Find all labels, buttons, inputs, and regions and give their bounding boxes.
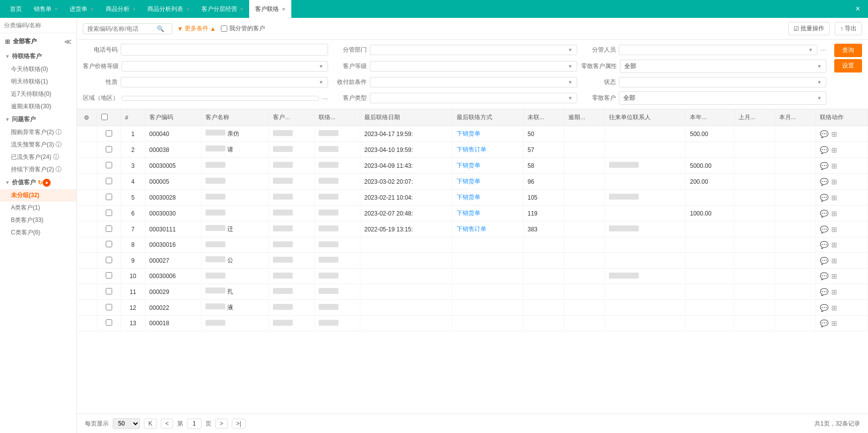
nav-home[interactable]: 首页: [4, 0, 28, 18]
row-checkbox[interactable]: [97, 284, 121, 300]
sidebar-search-input[interactable]: [4, 22, 77, 29]
partner-contact-col-header[interactable]: 往来单位联系人: [605, 109, 686, 126]
refresh-icon[interactable]: ↻: [38, 179, 43, 186]
all-customers-header[interactable]: ⊞ 全部客户 ≪: [0, 33, 76, 50]
grid-action-icon[interactable]: ⊞: [831, 225, 837, 233]
chat-icon[interactable]: 💬: [820, 194, 828, 202]
row-checkbox[interactable]: [97, 190, 121, 206]
more-conditions-button[interactable]: ▼ 更多条件 ▲: [177, 24, 216, 33]
payment-select[interactable]: ▼: [370, 77, 577, 87]
contact-col-header[interactable]: 联络...: [315, 109, 360, 126]
per-page-select[interactable]: 50 20 100: [113, 418, 140, 429]
group-pending-contact[interactable]: ▼ 待联络客户: [0, 50, 76, 63]
sidebar-class-c[interactable]: C类客户(6): [0, 226, 76, 239]
search-icon[interactable]: 🔍: [157, 25, 164, 32]
chat-icon[interactable]: 💬: [820, 288, 828, 296]
settings-col-header[interactable]: ⚙: [77, 109, 97, 126]
region-select[interactable]: [122, 96, 319, 101]
row-checkbox[interactable]: [97, 300, 121, 316]
sidebar-ungrouped[interactable]: 未分组(32): [0, 189, 76, 202]
this-month-col-header[interactable]: 本月...: [775, 109, 815, 126]
retail-attr-select[interactable]: 全部 ▼: [620, 60, 826, 73]
next-page-button[interactable]: >: [215, 419, 228, 429]
region-dots-icon[interactable]: ···: [322, 94, 328, 102]
phone-input[interactable]: [121, 44, 328, 56]
chat-icon[interactable]: 💬: [820, 241, 828, 249]
grid-action-icon[interactable]: ⊞: [831, 272, 837, 280]
overdue-col-header[interactable]: 逾期...: [564, 109, 605, 126]
my-customers-checkbox[interactable]: 我分管的客户: [221, 24, 265, 33]
close-all-button[interactable]: ×: [852, 4, 864, 13]
grid-action-icon[interactable]: ⊞: [831, 146, 837, 154]
row-checkbox[interactable]: [97, 269, 121, 284]
grid-action-icon[interactable]: ⊞: [831, 241, 837, 249]
close-purchase-order-icon[interactable]: ×: [90, 6, 93, 12]
last-method-link[interactable]: 下销货单: [457, 194, 480, 201]
last-method-link[interactable]: 下销货单: [457, 210, 480, 216]
sidebar-churn-warning[interactable]: 流失预警客户(3) ⓘ: [0, 139, 76, 151]
nature-select[interactable]: ▼: [121, 77, 328, 87]
status-select[interactable]: ▼: [619, 77, 826, 87]
row-checkbox[interactable]: [97, 237, 121, 253]
group-value-customers[interactable]: ▼ 价值客户 ↻ ●: [0, 176, 76, 189]
row-checkbox[interactable]: [97, 158, 121, 174]
search-input[interactable]: [87, 25, 157, 32]
group-problem-customers[interactable]: ▼ 问题客户: [0, 113, 76, 126]
customer-type-select[interactable]: ▼: [370, 93, 577, 103]
sidebar-overdue-pending[interactable]: 逾期未联络(30): [0, 100, 76, 113]
nav-customer-tier[interactable]: 客户分层经营 ×: [196, 0, 249, 18]
chat-icon[interactable]: 💬: [820, 304, 828, 312]
dept-select[interactable]: ▼: [370, 45, 577, 55]
grid-action-icon[interactable]: ⊞: [831, 194, 837, 202]
nav-sales-order[interactable]: 销售单 ×: [28, 0, 64, 18]
nav-product-analysis[interactable]: 商品分析 ×: [100, 0, 141, 18]
first-page-button[interactable]: K: [144, 419, 157, 429]
customer-grade-select[interactable]: ▼: [370, 61, 577, 72]
row-checkbox[interactable]: [97, 221, 121, 237]
row-checkbox[interactable]: [97, 253, 121, 269]
batch-ops-button[interactable]: ☑ 批量操作: [788, 22, 830, 35]
close-sales-order-icon[interactable]: ×: [55, 6, 58, 12]
grid-action-icon[interactable]: ⊞: [831, 319, 837, 327]
last-method-link[interactable]: 下销售订单: [457, 146, 486, 153]
last-method-link[interactable]: 下销售订单: [457, 225, 486, 232]
close-customer-tier-icon[interactable]: ×: [240, 6, 243, 12]
grid-action-icon[interactable]: ⊞: [831, 257, 837, 265]
row-checkbox[interactable]: [97, 142, 121, 158]
sidebar-tomorrow-pending[interactable]: 明天待联络(1): [0, 75, 76, 88]
reset-button[interactable]: 设置: [834, 59, 862, 72]
price-grade-select[interactable]: ▼: [122, 61, 328, 72]
sidebar-declining-customers[interactable]: 持续下滑客户(2) ⓘ: [0, 163, 76, 176]
grid-action-icon[interactable]: ⊞: [831, 162, 837, 170]
nav-purchase-order[interactable]: 进货单 ×: [64, 0, 99, 18]
sidebar-abnormal-stockpile[interactable]: 囤购异常客户(2) ⓘ: [0, 126, 76, 139]
not-contacted-col-header[interactable]: 未联...: [523, 109, 564, 126]
chat-icon[interactable]: 💬: [820, 225, 828, 233]
row-checkbox[interactable]: [97, 174, 121, 190]
chat-icon[interactable]: 💬: [820, 257, 828, 265]
last-method-col-header[interactable]: 最后联络方式: [452, 109, 523, 126]
chat-icon[interactable]: 💬: [820, 146, 828, 154]
nav-customer-contact[interactable]: 客户联络 ×: [249, 0, 291, 18]
chat-icon[interactable]: 💬: [820, 319, 828, 327]
last-page-button[interactable]: >|: [232, 419, 246, 429]
chat-icon[interactable]: 💬: [820, 162, 828, 170]
select-all-checkbox[interactable]: [101, 114, 108, 120]
row-checkbox[interactable]: [97, 126, 121, 142]
grid-action-icon[interactable]: ⊞: [831, 304, 837, 312]
retail-select[interactable]: 全部 ▼: [619, 91, 826, 105]
code-col-header[interactable]: 客户编码: [145, 109, 201, 126]
my-customers-check[interactable]: [221, 25, 227, 32]
chat-icon[interactable]: 💬: [820, 272, 828, 280]
manager-dots-icon[interactable]: ···: [820, 46, 826, 54]
last-method-link[interactable]: 下销货单: [457, 178, 480, 185]
prev-page-button[interactable]: <: [161, 419, 173, 429]
sidebar-class-a[interactable]: A类客户(1): [0, 202, 76, 214]
chat-icon[interactable]: 💬: [820, 210, 828, 217]
sidebar-class-b[interactable]: B类客户(33): [0, 214, 76, 226]
close-customer-contact-icon[interactable]: ×: [282, 6, 285, 12]
row-checkbox[interactable]: [97, 206, 121, 221]
last-month-col-header[interactable]: 上月...: [734, 109, 775, 126]
nav-product-analysis-list[interactable]: 商品分析列表 ×: [141, 0, 195, 18]
last-date-col-header[interactable]: 最后联络日期: [360, 109, 452, 126]
